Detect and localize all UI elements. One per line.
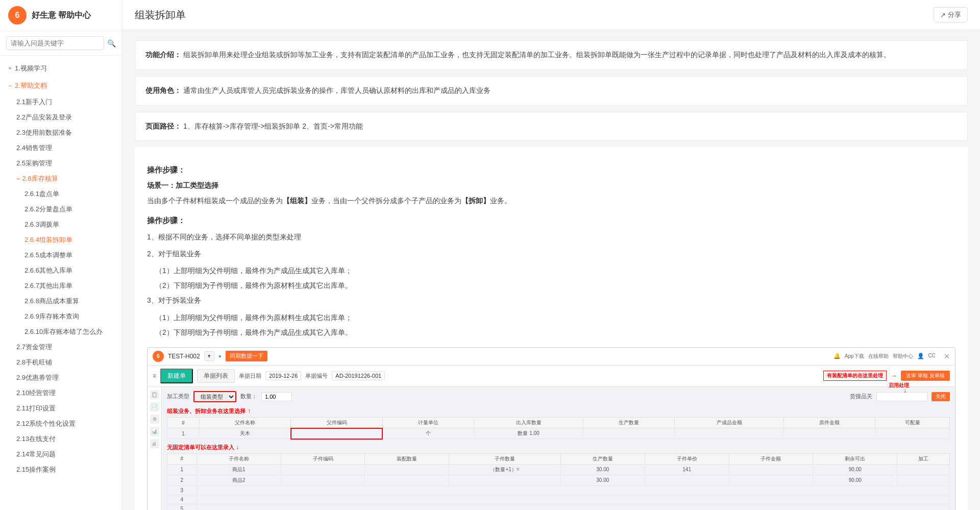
- table-row: 5: [167, 504, 950, 510]
- sidebar-item-docs-23[interactable]: 2.3使用前数据准备: [0, 125, 122, 140]
- ss-approve-btn[interactable]: 送审 审核 反审核: [901, 371, 950, 381]
- ss-col-parent-name: 父件名称: [199, 417, 291, 428]
- sidebar-item-docs-212[interactable]: 2.12系统个性化设置: [0, 416, 122, 431]
- ss-left-icons: 📋 📄 ⚙ 📊 🖨: [148, 387, 162, 510]
- ss-process-note: 有装配清单的在这里处理: [823, 371, 887, 381]
- sidebar-item-docs-27[interactable]: 2.7资金管理: [0, 339, 122, 355]
- ss-icon-cc: CC: [928, 353, 936, 360]
- ss-top-table: # 父件名称 父件编码 计量单位 出入库数量 生产数量 产成品金额 原件金额 可: [167, 417, 950, 440]
- ss-icon-1: 📋: [150, 390, 159, 399]
- ss-date-value[interactable]: 2019-12-26: [265, 371, 301, 380]
- sidebar-item-docs-213[interactable]: 2.13在线支付: [0, 431, 122, 447]
- sidebar-item-docs-21[interactable]: 2.1新手入门: [0, 94, 122, 110]
- ss-icon-help: 在线帮助: [868, 353, 889, 360]
- sidebar-item-docs-263[interactable]: 2.6.3调拨单: [0, 217, 122, 232]
- ss-titlebar: 6 TEST-H002 ▾ ● 同期数据一下 🔔 App下载 在线帮助 帮助中心…: [148, 348, 955, 366]
- ss-status-dot: ●: [218, 353, 222, 359]
- ss-icon-5: 🖨: [150, 439, 159, 448]
- sidebar-item-docs-25[interactable]: 2.5采购管理: [0, 156, 122, 171]
- ss-bill-label: 单据编号: [305, 372, 328, 380]
- screenshot-mockup: 6 TEST-H002 ▾ ● 同期数据一下 🔔 App下载 在线帮助 帮助中心…: [147, 347, 955, 510]
- ss-type-select[interactable]: 组装类型 拆卸类型: [193, 391, 236, 402]
- sidebar-item-docs-266[interactable]: 2.6.6其他入库单: [0, 263, 122, 278]
- ss-tab-new[interactable]: 新建单: [160, 369, 193, 383]
- sidebar-item-docs-265[interactable]: 2.6.5成本调整单: [0, 248, 122, 263]
- ss-ann-bottom: 无固定清单可以在这里录入 ↓: [167, 444, 950, 451]
- brand-name: 好生意 帮助中心: [32, 10, 91, 21]
- ss-toolbar: ≡ 新建单 单据列表 单据日期 2019-12-26 单据编号 AD-20191…: [148, 366, 955, 387]
- ss-icon-bell: 🔔: [834, 353, 841, 360]
- sidebar-item-docs-29[interactable]: 2.9优惠券管理: [0, 370, 122, 385]
- ss-icon-app: App下载: [845, 353, 864, 360]
- sidebar-item-docs-210[interactable]: 2.10经营管理: [0, 385, 122, 401]
- main-area: 组装拆卸单 ↗ 分享 功能介绍： 组装拆卸单用来处理企业组装或拆卸等加工业务，支…: [122, 0, 980, 510]
- ss-arrow-right: →: [891, 372, 897, 379]
- step3-sub2: （2）下部明细为子件明细，最终作为产成品生成其它入库单。: [155, 326, 955, 339]
- path-section: 页面路径： 1、库存核算->库存管理->组装拆卸单 2、首页->常用功能: [135, 112, 968, 141]
- share-icon: ↗: [940, 11, 946, 19]
- search-button[interactable]: 🔍: [107, 39, 116, 47]
- ss-bottom-table: # 子件名称 子件编码 装配数量 子件数量 生产数量 子件单价 子件金额 剩余可: [167, 453, 950, 510]
- intro-text: 组装拆卸单用来处理企业组装或拆卸等加工业务，支持有固定装配清单的产品加工业务，也…: [183, 51, 891, 59]
- path-text: 1、库存核算->库存管理->组装拆卸单 2、首页->常用功能: [183, 122, 363, 130]
- ss-side-nav-icon: ≡: [153, 372, 156, 379]
- ss-bill-value: AD-20191226-001: [332, 371, 385, 380]
- sidebar-item-docs-28[interactable]: 2.8手机旺铺: [0, 355, 122, 370]
- ss-close-button[interactable]: ✕: [944, 352, 950, 360]
- ss-body: 📋 📄 ⚙ 📊 🖨 加工类型 组装类型 拆卸类型: [148, 387, 955, 510]
- ss-logo: 6: [153, 351, 164, 362]
- sidebar-item-video[interactable]: + 1.视频学习: [0, 60, 122, 77]
- sidebar-item-docs-215[interactable]: 2.15操作案例: [0, 462, 122, 477]
- sidebar-item-docs-22[interactable]: 2.2产品安装及登录: [0, 110, 122, 125]
- sidebar-item-docs-268[interactable]: 2.6.8商品成本重算: [0, 294, 122, 309]
- scene-one-title: 场景一：加工类型选择: [147, 181, 955, 190]
- ss-sync-button[interactable]: 同期数据一下: [226, 351, 267, 361]
- table-row: 4: [167, 495, 950, 504]
- search-input[interactable]: [6, 36, 104, 50]
- intro-label: 功能介绍：: [145, 51, 181, 59]
- ss-num-label: 数量：: [240, 393, 257, 400]
- role-label: 使用角色：: [145, 86, 181, 94]
- ss-date-label: 单据日期: [239, 372, 261, 380]
- sidebar-item-docs-264[interactable]: 2.6.4组装拆卸单: [0, 232, 122, 248]
- ss-col-prod-qty: 生产数量: [583, 417, 675, 428]
- ss-bottom-table-container: # 子件名称 子件编码 装配数量 子件数量 生产数量 子件单价 子件金额 剩余可: [167, 453, 950, 510]
- share-button[interactable]: ↗ 分享: [934, 7, 968, 22]
- ss-qty-input[interactable]: [261, 392, 292, 401]
- step2: 2、对于组装业务: [147, 248, 955, 260]
- sidebar-item-docs-2610[interactable]: 2.6.10库存账本错了怎么办: [0, 324, 122, 339]
- sidebar-item-docs[interactable]: − 2.帮助文档: [0, 77, 122, 94]
- sidebar-item-docs-262[interactable]: 2.6.2分量盘点单: [0, 202, 122, 217]
- ss-search-goods-input[interactable]: [876, 392, 927, 401]
- ss-type-label: 加工类型: [167, 393, 189, 400]
- ss-company: TEST-H002: [168, 353, 200, 360]
- sidebar-item-docs-267[interactable]: 2.6.7其他出库单: [0, 278, 122, 294]
- sidebar: 6 好生意 帮助中心 🔍 + 1.视频学习 − 2.帮助文档 2.1新手入门 2…: [0, 0, 122, 510]
- table-row: 1 关木 个 数量 1.00: [167, 428, 950, 439]
- table-row: 3: [167, 485, 950, 495]
- sidebar-item-docs-269[interactable]: 2.6.9库存账本查询: [0, 309, 122, 324]
- sidebar-item-docs-211[interactable]: 2.11打印设置: [0, 401, 122, 416]
- sidebar-item-docs-261[interactable]: 2.6.1盘点单: [0, 186, 122, 202]
- step2-sub2: （2）下部明细为子件明细，最终作为原材料生成其它出库单。: [155, 279, 955, 292]
- ss-col-prod-amt: 产成品金额: [675, 417, 783, 428]
- search-area: 🔍: [0, 31, 122, 56]
- expand-icon: +: [8, 65, 12, 72]
- step3-sub1: （1）上部明细为父件明细，最终作为原材料生成其它出库单；: [155, 311, 955, 324]
- step2-list: （1）上部明细为父件明细，最终作为产成品生成其它入库单； （2）下部明细为子件明…: [147, 264, 955, 292]
- ss-col-parent-code: 父件编码: [291, 417, 383, 428]
- sidebar-item-docs-26[interactable]: − 2.6库存核算: [0, 171, 122, 186]
- sidebar-item-docs-214[interactable]: 2.14常见问题: [0, 447, 122, 462]
- collapse-icon: −: [8, 82, 12, 89]
- table-row: 2 商品2 30.00 90.00: [167, 475, 950, 485]
- step2-sub1: （1）上部明细为父件明细，最终作为产成品生成其它入库单；: [155, 264, 955, 277]
- ss-company-dropdown[interactable]: ▾: [204, 351, 214, 361]
- ss-tab-list[interactable]: 单据列表: [197, 369, 235, 383]
- ss-confirm-btn[interactable]: 关闭: [932, 392, 950, 401]
- ops-title: 操作步骤：: [147, 165, 955, 175]
- role-text: 通常由生产人员或库管人员完成拆装业务的操作，库管人员确认原材料的出库和产成品的入…: [183, 86, 491, 94]
- logo-area: 6 好生意 帮助中心: [0, 0, 122, 31]
- scene-one-desc: 当由多个子件材料组装成一个成品的业务为【组装】业务，当由一个父件拆分成多个子产品…: [147, 195, 955, 207]
- sidebar-item-docs-24[interactable]: 2.4销售管理: [0, 140, 122, 156]
- intro-section: 功能介绍： 组装拆卸单用来处理企业组装或拆卸等加工业务，支持有固定装配清单的产品…: [135, 40, 968, 70]
